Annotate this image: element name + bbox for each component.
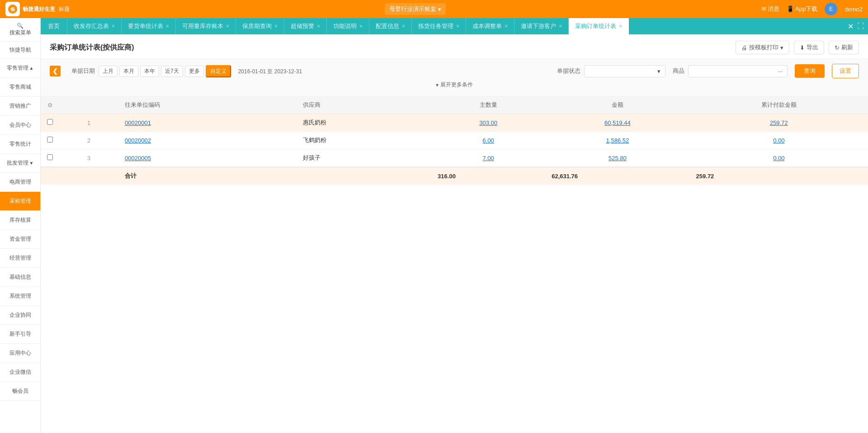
goods-input[interactable]: ··· bbox=[688, 65, 788, 77]
sidebar-item-ecom-mgmt[interactable]: 电商管理 bbox=[0, 173, 40, 192]
row-checkbox-2[interactable] bbox=[41, 149, 59, 167]
row-check-1[interactable] bbox=[47, 137, 53, 143]
sidebar-item-purchase-mgmt[interactable]: 采购管理 bbox=[0, 192, 40, 211]
main-container: 🔍 搜索菜单 快捷导航 零售管理 ▲ 零售商城 营销推广 会员中心 零售统计 批… bbox=[0, 18, 868, 433]
tab-yaoqing[interactable]: 邀请下游客户 × bbox=[514, 18, 569, 34]
date-btn-this-month[interactable]: 本月 bbox=[119, 66, 138, 77]
tab-peizhi-close[interactable]: × bbox=[402, 23, 405, 29]
table-body: 1 00020001 惠氏奶粉 303.00 60,519.44 259.72 … bbox=[41, 114, 868, 167]
sidebar-item-retail-mgmt[interactable]: 零售管理 ▲ bbox=[0, 59, 40, 78]
sidebar-item-retail-mall[interactable]: 零售商城 bbox=[0, 78, 40, 97]
export-icon: ⬇ bbox=[800, 44, 805, 51]
row-amount-2[interactable]: 525.80 bbox=[545, 149, 689, 167]
tab-caigou-close[interactable]: × bbox=[619, 23, 622, 29]
sidebar-item-app-center[interactable]: 应用中心 bbox=[0, 344, 40, 363]
tab-yaohuo[interactable]: 要货单统计表 × bbox=[122, 18, 176, 34]
tab-peizhi[interactable]: 配置信息 × bbox=[369, 18, 412, 34]
user-avatar[interactable]: E bbox=[825, 3, 837, 15]
row-check-0[interactable] bbox=[47, 119, 53, 125]
footer-amount: 62,631.76 bbox=[545, 167, 689, 185]
sidebar-item-basic-info[interactable]: 基础信息 bbox=[0, 268, 40, 287]
sidebar-item-enterprise-collab[interactable]: 企业协同 bbox=[0, 306, 40, 325]
sidebar-item-quick-nav[interactable]: 快捷导航 bbox=[0, 42, 40, 59]
chevron-up-icon: ▲ bbox=[29, 66, 34, 71]
tab-yaohuo-label: 要货单统计表 bbox=[128, 22, 163, 30]
row-code-0[interactable]: 00020001 bbox=[118, 114, 297, 132]
col-settings[interactable]: ⚙ bbox=[41, 96, 59, 114]
tab-gongneng[interactable]: 功能说明 × bbox=[327, 18, 369, 34]
tab-kuyong[interactable]: 可用量库存账本 × bbox=[176, 18, 236, 34]
tab-jianhuo-close[interactable]: × bbox=[456, 23, 459, 29]
row-paid-1[interactable]: 0.00 bbox=[690, 132, 868, 149]
row-paid-0[interactable]: 259.72 bbox=[690, 114, 868, 132]
row-checkbox-1[interactable] bbox=[41, 132, 59, 149]
sidebar-item-new-guide[interactable]: 新手引导 bbox=[0, 325, 40, 344]
row-qty-1[interactable]: 6.00 bbox=[431, 132, 545, 149]
filter-toggle-button[interactable]: ❮ bbox=[50, 66, 61, 76]
row-check-2[interactable] bbox=[47, 154, 53, 160]
date-btn-custom[interactable]: 自定义 bbox=[206, 65, 231, 77]
app-logo: 畅 bbox=[5, 2, 20, 16]
row-amount-0[interactable]: 60,519.44 bbox=[545, 114, 689, 132]
tab-gongneng-close[interactable]: × bbox=[359, 23, 363, 29]
username[interactable]: demo2 bbox=[844, 6, 863, 13]
sidebar-item-enterprise-wechat[interactable]: 企业微信 bbox=[0, 363, 40, 382]
filter-area: ❮ 单据日期 上月 本月 本年 近7天 更多 自定义 bbox=[41, 59, 868, 96]
top-bar-right: ✉ 消息 📱 App下载 E demo2 bbox=[761, 3, 863, 15]
tab-baozhi-close[interactable]: × bbox=[274, 23, 278, 29]
tab-shoudiao-close[interactable]: × bbox=[112, 23, 115, 29]
sidebar-item-inventory-check[interactable]: 库存核算 bbox=[0, 211, 40, 230]
sidebar-item-ops-mgmt[interactable]: 经营管理 bbox=[0, 249, 40, 268]
tab-caigou[interactable]: 采购订单统计表 × bbox=[569, 18, 629, 34]
sidebar-item-finance-mgmt[interactable]: 资金管理 bbox=[0, 230, 40, 249]
filter-settings-button[interactable]: 设置 bbox=[832, 64, 859, 78]
chevron-down-icon: ▼ bbox=[29, 161, 34, 166]
message-link[interactable]: ✉ 消息 bbox=[761, 5, 780, 13]
tab-peizhi-label: 配置信息 bbox=[376, 22, 399, 30]
sidebar-wholesale-mgmt-label: 批发管理 bbox=[7, 159, 28, 167]
tab-yaoqing-close[interactable]: × bbox=[559, 23, 562, 29]
sidebar-sys-mgmt-label: 系统管理 bbox=[9, 293, 31, 299]
tab-shoudiao[interactable]: 收发存汇总表 × bbox=[67, 18, 122, 34]
date-btn-last-month[interactable]: 上月 bbox=[99, 66, 118, 77]
tab-chengben-close[interactable]: × bbox=[505, 23, 508, 29]
row-qty-2[interactable]: 7.00 bbox=[431, 149, 545, 167]
tab-home[interactable]: 首页 bbox=[41, 18, 67, 34]
workspace-selector[interactable]: 母婴行业演示账套 ▾ bbox=[385, 3, 446, 15]
tab-chachu[interactable]: 超储预警 × bbox=[284, 18, 327, 34]
sidebar-item-marketing[interactable]: 营销推广 bbox=[0, 97, 40, 116]
tab-kuyong-close[interactable]: × bbox=[226, 23, 229, 29]
row-amount-1[interactable]: 1,586.52 bbox=[545, 132, 689, 149]
tab-jianhuo[interactable]: 拣货任务管理 × bbox=[412, 18, 466, 34]
date-btn-more[interactable]: 更多 bbox=[185, 66, 204, 77]
date-btn-this-year[interactable]: 本年 bbox=[140, 66, 159, 77]
sidebar-item-sys-mgmt[interactable]: 系统管理 bbox=[0, 287, 40, 306]
sidebar-item-member-center[interactable]: 会员中心 bbox=[0, 116, 40, 135]
row-qty-0[interactable]: 303.00 bbox=[431, 114, 545, 132]
row-checkbox-0[interactable] bbox=[41, 114, 59, 132]
date-btn-7days[interactable]: 近7天 bbox=[161, 66, 183, 77]
table-row: 1 00020001 惠氏奶粉 303.00 60,519.44 259.72 bbox=[41, 114, 868, 132]
query-button[interactable]: 查询 bbox=[795, 64, 825, 78]
row-code-2[interactable]: 00020005 bbox=[118, 149, 297, 167]
expand-more-label: 展开更多条件 bbox=[440, 81, 473, 89]
status-select[interactable]: ▾ bbox=[584, 65, 665, 77]
sidebar-item-search[interactable]: 🔍 搜索菜单 bbox=[0, 18, 40, 42]
app-download-link[interactable]: 📱 App下载 bbox=[787, 5, 817, 13]
tab-chachu-close[interactable]: × bbox=[317, 23, 320, 29]
refresh-button[interactable]: ↻ 刷新 bbox=[829, 41, 859, 54]
table-container: ⚙ 往来单位编码 供应商 主数量 金额 累计付款金额 1 00020 bbox=[41, 96, 868, 185]
expand-more-conditions[interactable]: ▾ 展开更多条件 bbox=[50, 78, 859, 91]
print-button[interactable]: 🖨 按模板打印 ▾ bbox=[736, 41, 789, 54]
tab-chengben[interactable]: 成本调整单 × bbox=[466, 18, 514, 34]
sidebar-item-vip-member[interactable]: 畅会员 bbox=[0, 382, 40, 401]
export-button[interactable]: ⬇ 导出 bbox=[794, 41, 824, 54]
tab-yaohuo-close[interactable]: × bbox=[166, 23, 169, 29]
row-paid-2[interactable]: 0.00 bbox=[690, 149, 868, 167]
tab-baozhi[interactable]: 保质期查询 × bbox=[236, 18, 284, 34]
tab-close-all-icon[interactable]: ✕ bbox=[848, 22, 854, 31]
tab-maximize-icon[interactable]: ⛶ bbox=[857, 22, 864, 30]
sidebar-item-wholesale-mgmt[interactable]: 批发管理 ▼ bbox=[0, 154, 40, 173]
sidebar-item-retail-stats[interactable]: 零售统计 bbox=[0, 135, 40, 154]
row-code-1[interactable]: 00020002 bbox=[118, 132, 297, 149]
